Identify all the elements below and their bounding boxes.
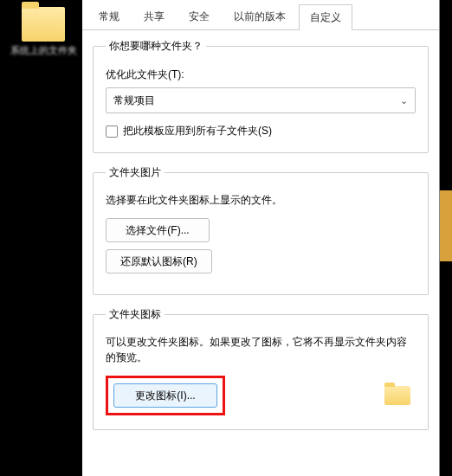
tab-security[interactable]: 安全 — [178, 3, 221, 29]
desktop-background: 系统上的文件夹 — [0, 0, 87, 476]
group-folder-type-legend: 你想要哪种文件夹？ — [106, 39, 206, 54]
change-icon-button[interactable]: 更改图标(I)... — [113, 383, 217, 408]
annotation-highlight: 更改图标(I)... — [106, 376, 225, 415]
folder-icon — [22, 7, 65, 42]
desktop-folder-shortcut[interactable]: 系统上的文件夹 — [9, 7, 78, 56]
group-folder-picture-legend: 文件夹图片 — [106, 165, 165, 180]
group-folder-icon: 文件夹图标 可以更改文件夹图标。如果更改了图标，它将不再显示文件夹内容的预览。 … — [93, 307, 429, 430]
right-edge-strip — [440, 0, 452, 476]
tab-content: 你想要哪种文件夹？ 优化此文件夹(T): 常规项目 ⌄ 把此模板应用到所有子文件… — [82, 30, 439, 476]
folder-icon-desc: 可以更改文件夹图标。如果更改了图标，它将不再显示文件夹内容的预览。 — [106, 334, 416, 365]
apply-subfolders-label: 把此模板应用到所有子文件夹(S) — [123, 124, 272, 138]
restore-default-button[interactable]: 还原默认图标(R) — [106, 249, 212, 273]
tab-sharing[interactable]: 共享 — [132, 3, 176, 29]
optimize-select[interactable]: 常规项目 ⌄ — [106, 87, 416, 113]
tab-previous-versions[interactable]: 以前的版本 — [223, 3, 297, 29]
tab-general[interactable]: 常规 — [87, 3, 131, 29]
tab-strip: 常规 共享 安全 以前的版本 自定义 — [82, 0, 439, 30]
group-folder-icon-legend: 文件夹图标 — [106, 307, 165, 322]
folder-properties-dialog: 常规 共享 安全 以前的版本 自定义 你想要哪种文件夹？ 优化此文件夹(T): … — [82, 0, 440, 476]
optimize-select-value: 常规项目 — [113, 93, 155, 108]
desktop-folder-label: 系统上的文件夹 — [9, 45, 78, 56]
chevron-down-icon: ⌄ — [400, 95, 408, 106]
choose-file-button[interactable]: 选择文件(F)... — [106, 218, 210, 242]
tab-customize[interactable]: 自定义 — [299, 4, 352, 30]
group-folder-type: 你想要哪种文件夹？ 优化此文件夹(T): 常规项目 ⌄ 把此模板应用到所有子文件… — [93, 39, 429, 153]
group-folder-picture: 文件夹图片 选择要在此文件夹图标上显示的文件。 选择文件(F)... 还原默认图… — [93, 165, 429, 295]
optimize-label: 优化此文件夹(T): — [106, 68, 416, 82]
folder-icon-preview — [384, 386, 410, 405]
folder-picture-desc: 选择要在此文件夹图标上显示的文件。 — [106, 192, 416, 208]
checkbox-box — [106, 125, 118, 138]
apply-subfolders-checkbox[interactable]: 把此模板应用到所有子文件夹(S) — [106, 124, 416, 138]
